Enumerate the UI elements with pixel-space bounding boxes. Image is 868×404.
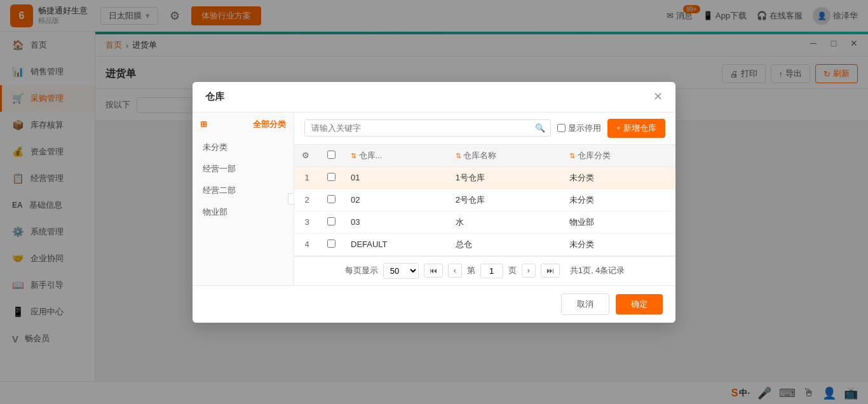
modal-title: 仓库 xyxy=(205,91,224,103)
modal-search-box: 🔍 xyxy=(304,119,551,137)
search-icon[interactable]: 🔍 xyxy=(530,123,550,133)
last-page-button[interactable]: ⏭ xyxy=(541,264,560,278)
th-checkbox xyxy=(320,145,343,167)
page-unit: 页 xyxy=(508,265,517,276)
row-checkbox[interactable] xyxy=(327,173,336,181)
confirm-button[interactable]: 确定 xyxy=(616,294,663,314)
row-code: 01 xyxy=(343,166,448,189)
row-num: 2 xyxy=(294,189,320,211)
row-checkbox[interactable] xyxy=(327,217,336,226)
row-name: 总仓 xyxy=(448,233,562,255)
per-page-label: 每页显示 xyxy=(345,265,378,276)
page-number-input[interactable] xyxy=(480,264,503,278)
select-all-checkbox[interactable] xyxy=(327,151,336,159)
cancel-button[interactable]: 取消 xyxy=(561,293,609,315)
row-num: 3 xyxy=(294,211,320,233)
table-row[interactable]: 1 01 1号仓库 未分类 xyxy=(294,166,675,189)
per-page-select[interactable]: 50 100 200 xyxy=(383,263,419,279)
row-checkbox[interactable] xyxy=(327,195,336,203)
page-total: 共1页, 4条记录 xyxy=(570,265,625,276)
th-gear: ⚙ xyxy=(294,145,320,167)
grid-icon: ⊞ xyxy=(200,119,207,129)
category-property[interactable]: 物业部 xyxy=(193,201,294,223)
show-disabled-label: 显示停用 xyxy=(557,123,601,134)
row-category: 物业部 xyxy=(562,211,675,233)
modal-header: 仓库 ✕ xyxy=(193,82,675,112)
modal-category-sidebar: ⊞ 全部分类 未分类 经营一部 经营二部 物业部 《 xyxy=(193,112,294,285)
table-row[interactable]: 3 03 水 物业部 xyxy=(294,211,675,233)
row-checkbox-cell xyxy=(320,211,343,233)
row-checkbox-cell xyxy=(320,166,343,189)
show-disabled-text: 显示停用 xyxy=(568,123,601,134)
table-header: ⚙ ⇅ 仓库... ⇅ 仓库名称 ⇅ 仓库分类 xyxy=(294,145,675,167)
row-name: 1号仓库 xyxy=(448,166,562,189)
row-category: 未分类 xyxy=(562,189,675,211)
row-name: 水 xyxy=(448,211,562,233)
row-num: 4 xyxy=(294,233,320,255)
row-code: 03 xyxy=(343,211,448,233)
row-category: 未分类 xyxy=(562,233,675,255)
category-dept2[interactable]: 经营二部 xyxy=(193,180,294,201)
sidebar-collapse-button[interactable]: 《 xyxy=(288,193,294,205)
category-dept1[interactable]: 经营一部 xyxy=(193,158,294,180)
modal-overlay: 仓库 ✕ ⊞ 全部分类 未分类 经营一部 经营二部 物业部 《 xyxy=(0,0,868,404)
prev-page-button[interactable]: ‹ xyxy=(448,264,462,278)
warehouse-table-wrap: ⚙ ⇅ 仓库... ⇅ 仓库名称 ⇅ 仓库分类 1 01 xyxy=(294,145,675,256)
modal-footer: 取消 确定 xyxy=(193,285,675,323)
all-categories-label: 全部分类 xyxy=(253,119,286,130)
table-row[interactable]: 4 DEFAULT 总仓 未分类 xyxy=(294,233,675,255)
row-checkbox-cell xyxy=(320,233,343,255)
all-categories-header[interactable]: ⊞ 全部分类 xyxy=(193,112,294,137)
row-code: 02 xyxy=(343,189,448,211)
page-label: 第 xyxy=(467,265,475,276)
row-checkbox[interactable] xyxy=(327,239,336,248)
modal-main-area: 🔍 显示停用 + 新增仓库 ⚙ xyxy=(294,112,675,285)
modal-toolbar: 🔍 显示停用 + 新增仓库 xyxy=(294,112,675,145)
th-code: ⇅ 仓库... xyxy=(343,145,448,167)
row-code: DEFAULT xyxy=(343,233,448,255)
modal-pagination: 每页显示 50 100 200 ⏮ ‹ 第 页 › ⏭ 共1页, 4条记录 xyxy=(294,256,675,285)
th-name: ⇅ 仓库名称 xyxy=(448,145,562,167)
row-num: 1 xyxy=(294,166,320,189)
next-page-button[interactable]: › xyxy=(522,264,536,278)
category-unclassified[interactable]: 未分类 xyxy=(193,137,294,158)
modal-close-button[interactable]: ✕ xyxy=(653,91,663,102)
add-warehouse-button[interactable]: + 新增仓库 xyxy=(607,119,665,138)
search-input[interactable] xyxy=(305,120,530,136)
table-header-row: ⚙ ⇅ 仓库... ⇅ 仓库名称 ⇅ 仓库分类 xyxy=(294,145,675,167)
th-category: ⇅ 仓库分类 xyxy=(562,145,675,167)
warehouse-modal: 仓库 ✕ ⊞ 全部分类 未分类 经营一部 经营二部 物业部 《 xyxy=(193,82,675,323)
warehouse-table: ⚙ ⇅ 仓库... ⇅ 仓库名称 ⇅ 仓库分类 1 01 xyxy=(294,145,675,256)
modal-body: ⊞ 全部分类 未分类 经营一部 经营二部 物业部 《 🔍 xyxy=(193,112,675,285)
row-category: 未分类 xyxy=(562,166,675,189)
first-page-button[interactable]: ⏮ xyxy=(424,264,443,278)
table-body: 1 01 1号仓库 未分类 2 02 2号仓库 xyxy=(294,166,675,255)
row-name: 2号仓库 xyxy=(448,189,562,211)
row-checkbox-cell xyxy=(320,189,343,211)
table-row[interactable]: 2 02 2号仓库 未分类 xyxy=(294,189,675,211)
show-disabled-checkbox[interactable] xyxy=(557,124,566,132)
